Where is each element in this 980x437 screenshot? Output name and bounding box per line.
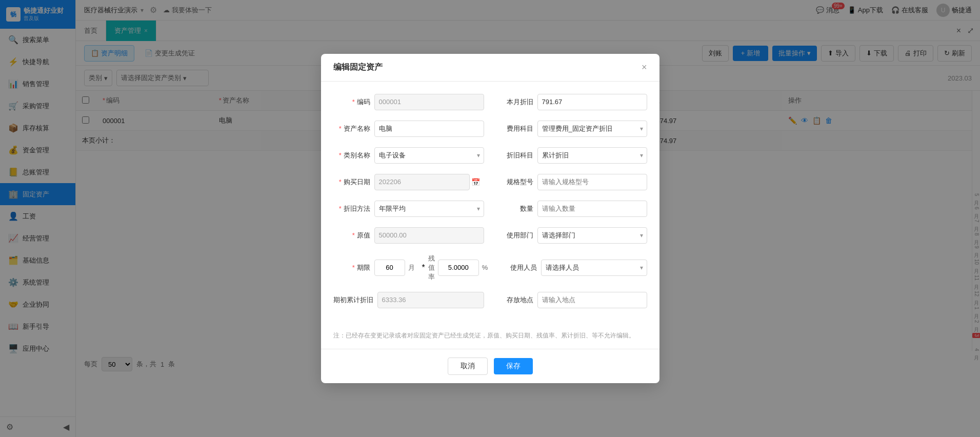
form-item-dep-subject: 折旧科目 累计折旧 ▾ <box>496 147 647 164</box>
use-person-label: 使用人员 <box>500 263 537 272</box>
location-input[interactable] <box>537 292 647 308</box>
form-row-6: * 原值 使用部门 请选择部门 ▾ <box>333 227 647 244</box>
expense-subject-select[interactable]: 管理费用_固定资产折旧 <box>537 121 647 137</box>
spec-label: 规格型号 <box>496 177 533 187</box>
residual-rate-input[interactable] <box>438 260 479 276</box>
form-item-name: * 资产名称 <box>333 121 484 137</box>
period-unit: 月 <box>408 263 415 272</box>
residual-rate-label: 残值率 <box>428 254 435 282</box>
form-item-spec: 规格型号 <box>496 174 647 190</box>
initial-dep-input[interactable] <box>377 292 484 308</box>
dep-subject-select-wrap: 累计折旧 ▾ <box>537 147 647 164</box>
form-row-8: 期初累计折旧 存放地点 <box>333 292 647 308</box>
dep-subject-select[interactable]: 累计折旧 <box>537 147 647 164</box>
dep-method-select[interactable]: 年限平均 <box>374 201 484 217</box>
form-item-dep-method: * 折旧方法 年限平均 ▾ <box>333 201 484 217</box>
purchase-date-label: * 购买日期 <box>333 177 370 187</box>
asset-name-label: * 资产名称 <box>333 124 370 133</box>
quantity-label: 数量 <box>496 204 533 213</box>
period-group: 月 * 残值率 % <box>374 254 488 282</box>
period-label: * 期限 <box>333 263 370 272</box>
original-value-input[interactable] <box>374 227 484 244</box>
category-select-wrap: 电子设备 ▾ <box>374 147 484 164</box>
form-row-2: * 资产名称 费用科目 管理费用_固定资产折旧 ▾ <box>333 121 647 137</box>
dep-method-label: * 折旧方法 <box>333 204 370 213</box>
use-person-select-wrap: 请选择人员 ▾ <box>541 260 647 276</box>
purchase-date-wrap: 📅 <box>374 174 484 190</box>
location-label: 存放地点 <box>496 295 533 305</box>
period-input[interactable] <box>374 260 405 276</box>
form-item-initial-dep: 期初累计折旧 <box>333 292 484 308</box>
form-item-period: * 期限 月 * 残值率 % <box>333 254 488 282</box>
edit-asset-modal: 编辑固定资产 × * 编码 本月折旧 <box>321 54 659 383</box>
form-item-category: * 类别名称 电子设备 ▾ <box>333 147 484 164</box>
category-select[interactable]: 电子设备 <box>374 147 484 164</box>
this-month-dep-input[interactable] <box>537 94 647 110</box>
form-item-use-person: 使用人员 请选择人员 ▾ <box>500 254 647 282</box>
modal-title: 编辑固定资产 <box>333 62 383 73</box>
this-month-dep-label: 本月折旧 <box>496 97 533 107</box>
form-item-original-value: * 原值 <box>333 227 484 244</box>
use-dept-label: 使用部门 <box>496 231 533 240</box>
code-label: * 编码 <box>333 97 370 107</box>
initial-dep-label: 期初累计折旧 <box>333 295 373 305</box>
form-item-code: * 编码 <box>333 94 484 110</box>
form-row-1: * 编码 本月折旧 <box>333 94 647 110</box>
form-item-purchase-date: * 购买日期 📅 <box>333 174 484 190</box>
form-row-3: * 类别名称 电子设备 ▾ 折旧科目 <box>333 147 647 164</box>
modal-footer: 取消 保存 <box>321 349 659 383</box>
form-item-use-dept: 使用部门 请选择部门 ▾ <box>496 227 647 244</box>
form-item-quantity: 数量 <box>496 201 647 217</box>
modal-overlay: 编辑固定资产 × * 编码 本月折旧 <box>0 0 980 437</box>
form-item-location: 存放地点 <box>496 292 647 308</box>
dep-method-select-wrap: 年限平均 ▾ <box>374 201 484 217</box>
form-row-7: * 期限 月 * 残值率 % 使用人员 <box>333 254 647 282</box>
form-item-this-month-dep: 本月折旧 <box>496 94 647 110</box>
spec-input[interactable] <box>537 174 647 190</box>
purchase-date-input[interactable] <box>374 174 470 190</box>
modal-body: * 编码 本月折旧 * 资产名称 <box>321 82 659 331</box>
form-row-5: * 折旧方法 年限平均 ▾ 数量 <box>333 201 647 217</box>
modal-close-btn[interactable]: × <box>642 62 647 73</box>
expense-subject-label: 费用科目 <box>496 124 533 133</box>
residual-rate-unit: % <box>482 264 488 271</box>
dep-subject-label: 折旧科目 <box>496 151 533 160</box>
expense-subject-select-wrap: 管理费用_固定资产折旧 ▾ <box>537 121 647 137</box>
use-person-select[interactable]: 请选择人员 <box>541 260 647 276</box>
asset-name-input[interactable] <box>374 121 484 137</box>
form-item-expense-subject: 费用科目 管理费用_固定资产折旧 ▾ <box>496 121 647 137</box>
calendar-icon: 📅 <box>471 178 480 186</box>
code-input[interactable] <box>374 94 484 110</box>
save-button[interactable]: 保存 <box>494 358 533 374</box>
form-row-4: * 购买日期 📅 规格型号 <box>333 174 647 190</box>
quantity-input[interactable] <box>537 201 647 217</box>
modal-header: 编辑固定资产 × <box>321 54 659 82</box>
modal-note: 注：已经存在变更记录或者对应固定资产已经生成凭证，原值、购买日期、残值率、累计折… <box>321 331 659 349</box>
original-value-label: * 原值 <box>333 231 370 240</box>
category-name-label: * 类别名称 <box>333 151 370 160</box>
use-dept-select-wrap: 请选择部门 ▾ <box>537 227 647 244</box>
cancel-button[interactable]: 取消 <box>448 357 488 375</box>
use-dept-select[interactable]: 请选择部门 <box>537 227 647 244</box>
